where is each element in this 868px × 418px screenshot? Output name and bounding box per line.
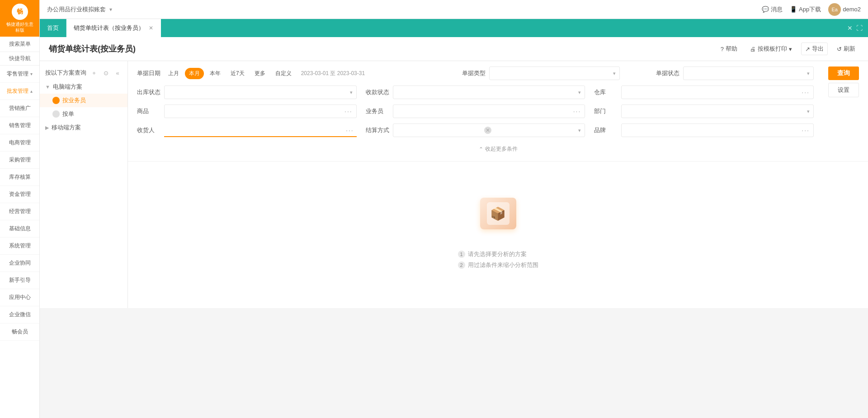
filter-settle-method: 结算方式 ✕ ▾ bbox=[366, 124, 585, 137]
sidebar-item-wechat[interactable]: 企业微信 bbox=[0, 306, 39, 323]
help-icon: ? bbox=[721, 46, 724, 52]
content-area: 销货单统计表(按业务员) ? 帮助 🖨 按模板打印 ▾ ↗ 导出 bbox=[40, 37, 868, 418]
date-btn-custom[interactable]: 自定义 bbox=[271, 68, 296, 79]
sidebar-item-member[interactable]: 畅会员 bbox=[0, 323, 39, 341]
sidebar-purchase-label: 采购管理 bbox=[9, 157, 31, 163]
page-title: 销货单统计表(按业务员) bbox=[49, 43, 136, 54]
add-scheme-icon[interactable]: + bbox=[90, 68, 99, 77]
sidebar-item-finance[interactable]: 资金管理 bbox=[0, 186, 39, 203]
sidebar-cooperation-label: 企业协同 bbox=[9, 260, 31, 266]
empty-hint-text-1: 请先选择要分析的方案 bbox=[468, 250, 527, 258]
out-status-label: 出库状态 bbox=[137, 88, 164, 96]
tab-expand-icon[interactable]: ⛶ bbox=[856, 24, 863, 32]
sidebar-item-search[interactable]: 搜索菜单 bbox=[0, 37, 39, 52]
tabbar-actions: ✕ ⛶ bbox=[847, 24, 868, 32]
sidebar-item-marketing[interactable]: 营销推广 bbox=[0, 100, 39, 117]
doc-status-arrow: ▾ bbox=[807, 71, 810, 76]
sidebar-item-basic[interactable]: 基础信息 bbox=[0, 220, 39, 238]
out-status-select[interactable]: ▾ bbox=[164, 86, 357, 99]
tree-dot-active bbox=[52, 97, 60, 104]
filter-goods: 商品 ··· bbox=[137, 104, 357, 118]
brand-select[interactable]: ··· bbox=[621, 124, 814, 137]
filter-warehouse: 仓库 ··· bbox=[594, 86, 814, 99]
brand-label: 品牌 bbox=[594, 126, 621, 134]
salesperson-dots: ··· bbox=[573, 108, 581, 115]
sidebar-item-newbie[interactable]: 新手引导 bbox=[0, 272, 39, 289]
sidebar-basic-label: 基础信息 bbox=[9, 225, 31, 232]
topbar-dropdown-icon[interactable]: ▾ bbox=[109, 6, 112, 13]
sidebar-item-wholesale[interactable]: 批发管理 ▴ bbox=[0, 83, 39, 100]
doc-status-select[interactable]: ▾ bbox=[683, 66, 814, 80]
sidebar-wholesale-label: 批发管理 bbox=[7, 88, 28, 94]
sidebar-retail-arrow: ▾ bbox=[30, 71, 33, 76]
empty-hint-1: 1 请先选择要分析的方案 bbox=[458, 250, 538, 258]
receiver-label: 收货人 bbox=[137, 126, 164, 134]
tree-node-desktop[interactable]: ▼ 电脑端方案 bbox=[40, 80, 127, 94]
sidebar-system-label: 系统管理 bbox=[9, 242, 31, 249]
filter-row-4: 收货人 ··· 结算方式 bbox=[137, 124, 859, 137]
collapse-panel-icon[interactable]: « bbox=[113, 68, 122, 77]
sidebar-item-quicknav[interactable]: 快捷导航 bbox=[0, 52, 39, 66]
page-actions: ? 帮助 🖨 按模板打印 ▾ ↗ 导出 ↺ 刷新 bbox=[717, 43, 859, 55]
brand-control: ··· bbox=[621, 124, 814, 137]
tree-label-desktop: 电脑端方案 bbox=[53, 83, 82, 91]
app-download-button[interactable]: 📱 App下载 bbox=[790, 5, 821, 14]
settle-method-arrow: ▾ bbox=[578, 128, 581, 133]
sidebar-item-retail[interactable]: 零售管理 ▾ bbox=[0, 66, 39, 83]
date-btn-thismonth[interactable]: 本月 bbox=[185, 68, 204, 79]
sidebar-item-appcenter[interactable]: 应用中心 bbox=[0, 289, 39, 306]
refresh-button[interactable]: ↺ 刷新 bbox=[833, 43, 859, 55]
tree-arrow-desktop: ▼ bbox=[45, 84, 50, 90]
query-button[interactable]: 查询 bbox=[828, 66, 859, 80]
sidebar-item-inventory[interactable]: 库存核算 bbox=[0, 169, 39, 186]
sidebar-item-cooperation[interactable]: 企业协同 bbox=[0, 255, 39, 272]
sidebar-item-purchase[interactable]: 采购管理 bbox=[0, 152, 39, 169]
sidebar-item-sales[interactable]: 销售管理 bbox=[0, 117, 39, 134]
warehouse-select[interactable]: ··· bbox=[621, 86, 814, 99]
sidebar-item-system[interactable]: 系统管理 bbox=[0, 238, 39, 255]
salesperson-select[interactable]: ··· bbox=[393, 104, 585, 118]
sidebar-item-ecommerce[interactable]: 电商管理 bbox=[0, 134, 39, 152]
tab-close-all-icon[interactable]: ✕ bbox=[847, 24, 853, 32]
help-button[interactable]: ? 帮助 bbox=[717, 43, 741, 55]
doc-type-select[interactable]: ▾ bbox=[489, 66, 620, 80]
export-button[interactable]: ↗ 导出 bbox=[801, 43, 828, 55]
receiver-input[interactable] bbox=[164, 124, 357, 137]
tab-sales-report[interactable]: 销货单统计表（按业务员） ✕ bbox=[66, 19, 161, 37]
tree-child-order[interactable]: 按单 bbox=[40, 107, 127, 121]
refresh-icon: ↺ bbox=[837, 46, 842, 52]
print-label: 按模板打印 bbox=[758, 45, 787, 53]
user-menu[interactable]: Ea demo2 bbox=[828, 3, 861, 16]
date-btn-thisyear[interactable]: 本年 bbox=[206, 68, 225, 79]
date-btn-7days[interactable]: 近7天 bbox=[226, 68, 249, 79]
sidebar-marketing-label: 营销推广 bbox=[9, 105, 31, 111]
sidebar-item-management[interactable]: 经营管理 bbox=[0, 203, 39, 220]
settings-scheme-icon[interactable]: ⊙ bbox=[101, 68, 110, 77]
print-dropdown-icon[interactable]: ▾ bbox=[789, 46, 792, 52]
collapse-button[interactable]: ⌃ 收起更多条件 bbox=[137, 142, 859, 156]
dept-select[interactable]: ▾ bbox=[621, 104, 814, 118]
tree-dot-gray bbox=[52, 110, 60, 118]
message-button[interactable]: 💬 消息 bbox=[762, 5, 783, 14]
receive-status-arrow: ▾ bbox=[578, 90, 581, 95]
sidebar-retail-label: 零售管理 bbox=[7, 71, 28, 77]
settle-method-clear[interactable]: ✕ bbox=[484, 127, 491, 134]
left-panel-header: 按以下方案查询 + ⊙ « bbox=[40, 66, 127, 80]
settings-button[interactable]: 设置 bbox=[828, 83, 859, 97]
filter-brand: 品牌 ··· bbox=[594, 124, 814, 137]
settle-method-select[interactable]: ✕ ▾ bbox=[393, 124, 585, 137]
tab-close-icon[interactable]: ✕ bbox=[149, 25, 153, 31]
filter-row-2: 出库状态 ▾ 收款状态 bbox=[137, 86, 859, 99]
tab-home[interactable]: 首页 bbox=[40, 19, 66, 37]
receive-status-select[interactable]: ▾ bbox=[393, 86, 585, 99]
goods-select[interactable]: ··· bbox=[164, 104, 357, 118]
print-button[interactable]: 🖨 按模板打印 ▾ bbox=[746, 43, 796, 55]
tree-node-mobile[interactable]: ▶ 移动端方案 bbox=[40, 121, 127, 134]
tree-child-salesperson[interactable]: 按业务员 bbox=[40, 94, 127, 107]
filter-salesperson: 业务员 ··· bbox=[366, 104, 585, 118]
sidebar: 畅 畅捷通好生意标版 搜索菜单 快捷导航 零售管理 ▾ 批发管理 ▴ 营销推广 … bbox=[0, 0, 40, 418]
filter-date: 单据日期 上月 本月 本年 近7天 更多 自定义 2023-03-01 至 20… bbox=[137, 66, 453, 80]
date-btn-more[interactable]: 更多 bbox=[250, 68, 269, 79]
empty-hint-num-1: 1 bbox=[458, 251, 465, 258]
date-btn-lastmonth[interactable]: 上月 bbox=[164, 68, 183, 79]
